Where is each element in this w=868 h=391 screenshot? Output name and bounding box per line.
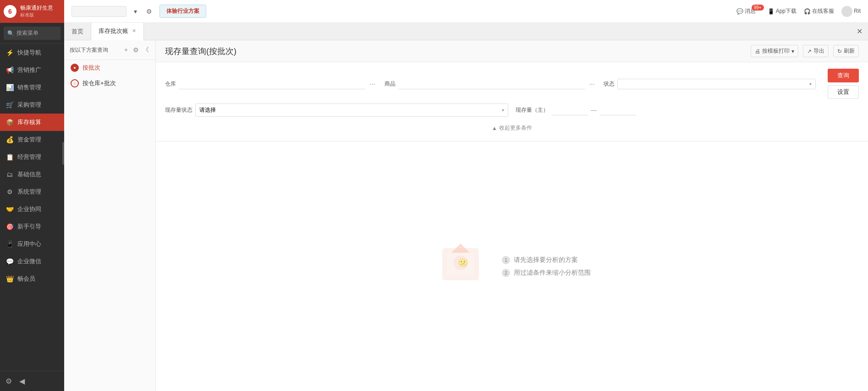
plan-settings-button[interactable]: ⚙ xyxy=(132,45,140,55)
sidebar-item-label: 企业协同 xyxy=(17,205,41,213)
message-button[interactable]: 💬 消息 99+ xyxy=(736,7,760,15)
stock-qty-separator: — xyxy=(591,107,597,114)
user-avatar xyxy=(841,6,852,17)
stock-status-select[interactable]: 请选择 ▾ xyxy=(195,103,508,117)
sidebar-item-label: 采购管理 xyxy=(17,101,41,109)
settings-footer-button[interactable]: ⚙ xyxy=(4,375,14,387)
sidebar-item-quick-nav[interactable]: ⚡ 快捷导航 xyxy=(0,44,64,61)
left-panel: 按以下方案查询 ＋ ⚙ 《 ● 按批次 ○ 按仓库+批次 xyxy=(64,40,156,391)
user-menu[interactable]: Rit xyxy=(841,6,861,17)
status-select[interactable]: ▾ xyxy=(617,79,816,89)
industry-solution-button[interactable]: 体验行业方案 xyxy=(159,5,206,18)
warehouse-input[interactable] xyxy=(179,79,365,89)
tab-close-button[interactable]: ✕ xyxy=(132,28,136,34)
sidebar-footer: ⚙ ◀ xyxy=(0,371,64,391)
message-badge: 99+ xyxy=(752,5,764,11)
stock-status-value: 请选择 xyxy=(199,106,216,114)
sidebar-item-label: 新手引导 xyxy=(17,223,41,231)
empty-tips: 1 请先选择要分析的方案 2 用过滤条件来缩小分析范围 xyxy=(502,256,591,277)
stock-status-label: 现存量状态 xyxy=(165,106,192,114)
collapse-sidebar-button[interactable]: ◀ xyxy=(17,375,27,387)
collapse-panel-button[interactable]: 《 xyxy=(142,45,150,55)
tip-1-number: 1 xyxy=(502,256,510,264)
empty-tip-2: 2 用过滤条件来缩小分析范围 xyxy=(502,269,591,277)
app-logo: 6 xyxy=(4,5,16,18)
print-template-button[interactable]: 🖨 按模板打印 ▾ xyxy=(751,45,798,57)
page-header-actions: 🖨 按模板打印 ▾ ↗ 导出 ↻ 刷新 xyxy=(751,45,859,57)
set-button[interactable]: 设置 xyxy=(828,85,859,99)
product-input[interactable] xyxy=(398,79,585,89)
status-label: 状态 xyxy=(604,80,615,88)
stock-qty-to-input[interactable] xyxy=(599,105,636,115)
wechat-icon: 💬 xyxy=(5,257,14,266)
content-area: 按以下方案查询 ＋ ⚙ 《 ● 按批次 ○ 按仓库+批次 现存量查询(按批次) xyxy=(64,40,868,391)
stock-qty-label: 现存量（主） xyxy=(516,106,549,114)
topbar-search-input[interactable] xyxy=(71,6,126,17)
sidebar-item-guide[interactable]: 🎯 新手引导 xyxy=(0,218,64,235)
sidebar-item-label: 应用中心 xyxy=(17,240,41,248)
collapse-chevron-icon: ▲ xyxy=(492,125,497,131)
system-icon: ⚙ xyxy=(5,188,14,196)
sidebar-item-label: 系统管理 xyxy=(17,188,41,196)
query-button[interactable]: 查询 xyxy=(828,69,859,82)
sidebar-item-label: 基础信息 xyxy=(17,170,41,179)
warehouse-more-button[interactable]: ··· xyxy=(368,79,377,88)
sidebar-search-section: 🔍 搜索菜单 xyxy=(0,23,64,44)
topbar: ▾ ⚙ 体验行业方案 💬 消息 99+ 📱 App下载 🎧 在线客服 Rit xyxy=(64,0,868,23)
sidebar-item-marketing[interactable]: 📢 营销推广 xyxy=(0,61,64,79)
dropdown-button[interactable]: ▾ xyxy=(132,6,139,17)
add-plan-button[interactable]: ＋ xyxy=(122,45,130,55)
plan-by-warehouse-batch[interactable]: ○ 按仓库+批次 xyxy=(64,76,155,91)
filter-row-2: 现存量状态 请选择 ▾ 现存量（主） — xyxy=(165,103,859,117)
left-panel-header: 按以下方案查询 ＋ ⚙ 《 xyxy=(64,40,155,60)
stock-qty-from-input[interactable] xyxy=(551,105,588,115)
plan-by-warehouse-batch-icon: ○ xyxy=(71,79,79,87)
empty-svg: 😕 xyxy=(433,234,488,289)
sidebar-item-purchase[interactable]: 🛒 采购管理 xyxy=(0,96,64,114)
empty-tip-1: 1 请先选择要分析的方案 xyxy=(502,256,591,264)
right-panel: 现存量查询(按批次) 🖨 按模板打印 ▾ ↗ 导出 ↻ 刷新 xyxy=(156,40,868,391)
inventory-icon: 📦 xyxy=(5,118,14,126)
sidebar-item-enterprise[interactable]: 🤝 企业协同 xyxy=(0,201,64,218)
product-more-button[interactable]: ··· xyxy=(588,79,597,88)
refresh-icon: ↻ xyxy=(837,48,842,54)
stock-status-filter: 现存量状态 请选择 ▾ xyxy=(165,103,508,117)
left-panel-title: 按以下方案查询 xyxy=(70,46,108,54)
sidebar-item-system[interactable]: ⚙ 系统管理 xyxy=(0,183,64,201)
plan-by-batch-icon: ● xyxy=(71,64,79,72)
app-download-button[interactable]: 📱 App下载 xyxy=(768,7,797,15)
sidebar-item-sales[interactable]: 📊 销售管理 xyxy=(0,79,64,96)
sidebar-item-basics[interactable]: 🗂 基础信息 xyxy=(0,166,64,183)
filter-row-1: 仓库 ··· 商品 ··· 状态 ▾ xyxy=(165,69,859,99)
refresh-button[interactable]: ↻ 刷新 xyxy=(833,45,859,57)
tab-home-label: 首页 xyxy=(71,27,83,36)
product-label: 商品 xyxy=(385,80,396,88)
sidebar-item-member[interactable]: 👑 畅会员 xyxy=(0,270,64,288)
search-menu-button[interactable]: 🔍 搜索菜单 xyxy=(4,27,60,40)
topbar-right: 💬 消息 99+ 📱 App下载 🎧 在线客服 Rit xyxy=(736,6,861,17)
settings-button[interactable]: ⚙ xyxy=(144,6,154,17)
tip-2-text: 用过滤条件来缩小分析范围 xyxy=(514,269,591,277)
main-area: ▾ ⚙ 体验行业方案 💬 消息 99+ 📱 App下载 🎧 在线客服 Rit xyxy=(64,0,868,391)
sales-icon: 📊 xyxy=(5,83,14,92)
action-buttons: 查询 设置 xyxy=(828,69,859,99)
sidebar-item-apps[interactable]: 📱 应用中心 xyxy=(0,235,64,253)
tabs-bar: 首页 库存批次账 ✕ ✕ xyxy=(64,23,868,40)
close-all-tabs-button[interactable]: ✕ xyxy=(851,27,868,36)
tip-2-number: 2 xyxy=(502,269,510,277)
sidebar-item-inventory[interactable]: 📦 库存核算 xyxy=(0,114,64,131)
sidebar-item-operations[interactable]: 📋 经营管理 xyxy=(0,148,64,166)
operations-icon: 📋 xyxy=(5,153,14,161)
app-version: 标准版 xyxy=(20,12,53,18)
tab-inventory-batch[interactable]: 库存批次账 ✕ xyxy=(91,23,144,40)
export-button[interactable]: ↗ 导出 xyxy=(803,45,829,57)
collapse-more-conditions[interactable]: ▲ 收起更多条件 xyxy=(165,121,859,135)
sidebar-item-wechat[interactable]: 💬 企业微信 xyxy=(0,253,64,270)
svg-text:😕: 😕 xyxy=(458,258,468,268)
sidebar-item-finance[interactable]: 💰 资金管理 xyxy=(0,131,64,148)
page-header: 现存量查询(按批次) 🖨 按模板打印 ▾ ↗ 导出 ↻ 刷新 xyxy=(156,40,868,62)
online-service-button[interactable]: 🎧 在线客服 xyxy=(804,7,834,15)
plan-by-batch[interactable]: ● 按批次 xyxy=(64,60,155,76)
tab-home[interactable]: 首页 xyxy=(64,23,91,40)
print-icon: 🖨 xyxy=(755,48,760,54)
